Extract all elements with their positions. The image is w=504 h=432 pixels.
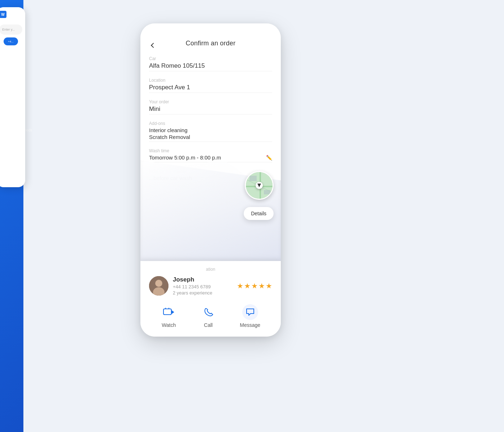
message-icon [242,304,258,320]
svg-point-9 [156,280,162,287]
wash-time-label: Wash time [149,148,272,153]
page-title: Confirm an order [186,40,235,47]
car-field: Car Alfa Romeo 105/115 [149,56,272,71]
watch-svg-icon [163,307,175,317]
svg-rect-5 [264,190,270,194]
message-icon-bg [242,304,258,320]
star-3: ★ [251,282,258,290]
bg-app-button: +4... [4,37,18,45]
washer-avatar [149,276,168,296]
svg-marker-11 [172,310,174,314]
svg-rect-4 [249,176,257,181]
avatar-svg [149,276,168,296]
watch-button[interactable]: Watch [161,304,177,328]
message-svg-icon [246,308,255,316]
bg-app-logo: W [0,11,6,18]
call-label: Call [204,322,213,328]
watch-icon [161,304,177,320]
background-phone: W Enter y... +4... [0,7,25,187]
location-value: Prospect Ave 1 [149,84,272,91]
call-button[interactable]: Call [201,304,216,328]
map-circle [245,171,274,200]
washer-left: Joseph +44 11 2345 6789 2 years experien… [149,276,212,296]
your-order-value: Mini [149,105,272,113]
phone-notch [189,23,232,33]
back-chevron-icon [151,43,156,48]
star-1: ★ [237,282,243,290]
main-phone: Confirm an order Car Alfa Romeo 105/115 … [140,23,281,337]
your-order-field: Your order Mini [149,99,272,114]
washer-section: ation Joseph +44 11 2345 6789 [140,261,281,337]
washer-name: Joseph [173,276,212,283]
your-order-label: Your order [149,99,272,104]
addons-list: Interior cleaning Scratch Removal [149,127,272,140]
message-button[interactable]: Message [240,304,260,328]
star-4: ★ [258,282,265,290]
washer-info: Joseph +44 11 2345 6789 2 years experien… [149,276,272,296]
watch-label: Watch [162,322,176,328]
pin-triangle-icon [257,184,261,187]
back-button[interactable] [148,40,159,51]
car-value: Alfa Romeo 105/115 [149,62,272,69]
location-divider [149,93,272,93]
car-divider [149,71,272,71]
addon-scratch: Scratch Removal [149,134,272,140]
phone-screen: Confirm an order Car Alfa Romeo 105/115 … [140,23,281,337]
action-buttons: Watch Call [149,301,272,328]
star-5: ★ [266,282,272,290]
washer-stars: ★ ★ ★ ★ ★ [237,282,272,290]
washer-phone: +44 11 2345 6789 [173,284,212,289]
addons-divider [149,141,272,142]
washer-section-label: ation [149,267,272,272]
details-button[interactable]: Details [244,207,274,220]
wash-time-row: Tomorrow 5:00 p.m - 8:00 p.m ✏️ [149,154,272,161]
wash-time-value: Tomorrow 5:00 p.m - 8:00 p.m [149,154,221,161]
message-label: Message [240,322,260,328]
bg-app-input: Enter y... [0,24,22,35]
addons-field: Add-ons Interior cleaning Scratch Remova… [149,121,272,142]
washer-details: Joseph +44 11 2345 6789 2 years experien… [173,276,212,296]
addons-label: Add-ons [149,121,272,126]
call-svg-icon [203,307,213,317]
location-field: Location Prospect Ave 1 [149,78,272,93]
wash-time-edit-icon[interactable]: ✏️ [266,155,272,161]
map-background [246,172,273,199]
star-2: ★ [244,282,251,290]
wash-time-field: Wash time Tomorrow 5:00 p.m - 8:00 p.m ✏… [149,148,272,162]
order-divider [149,114,272,114]
car-label: Car [149,56,272,61]
call-icon [201,304,216,320]
map-pin [256,182,263,189]
washer-experience: 2 years experience [173,290,212,296]
addon-interior: Interior cleaning [149,127,272,133]
location-label: Location [149,78,272,83]
svg-rect-10 [163,309,171,315]
